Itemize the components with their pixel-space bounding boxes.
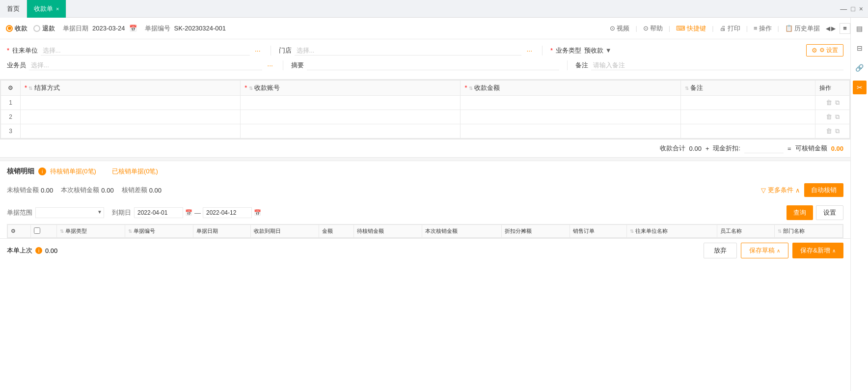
bth-doc-date: 单据日期 xyxy=(193,225,250,238)
divider1 xyxy=(271,46,271,56)
window-controls: — □ × xyxy=(840,5,868,13)
list-view-btn[interactable]: ≡ xyxy=(840,23,850,34)
row3-settlement[interactable] xyxy=(21,124,241,139)
detail-table-section: ⚙ * ⇅ 结算方式 * ⇅ 收款账号 xyxy=(0,80,850,157)
tab-receipt[interactable]: 收款单 × xyxy=(27,0,66,18)
shortcut-btn[interactable]: ⌨ 快捷键 xyxy=(674,23,708,34)
row3-copy-icon[interactable]: ⧉ xyxy=(835,127,840,135)
bth-checkbox[interactable] xyxy=(31,225,57,238)
row2-copy-icon[interactable]: ⧉ xyxy=(835,113,840,121)
query-btn[interactable]: 查询 xyxy=(787,205,813,220)
auto-hexiao-btn[interactable]: 自动核销 xyxy=(804,183,843,197)
due-date-label: 到期日 xyxy=(112,208,131,217)
minimize-btn[interactable]: — xyxy=(840,5,847,13)
done-tab[interactable]: 已核销单据(0笔) xyxy=(112,166,158,177)
tab-close-icon[interactable]: × xyxy=(56,6,59,12)
row3-delete-icon[interactable]: 🗑 xyxy=(826,127,832,135)
row2-account[interactable] xyxy=(241,110,461,124)
operation-btn[interactable]: ≡ 操作 xyxy=(752,23,774,34)
doc-date-value[interactable]: 2023-03-24 xyxy=(92,25,125,32)
detail-table: ⚙ * ⇅ 结算方式 * ⇅ 收款账号 xyxy=(0,80,850,139)
row3-account[interactable] xyxy=(241,124,461,139)
calendar-icon[interactable]: 📅 xyxy=(129,25,137,32)
equals-sign: = xyxy=(787,145,791,152)
maximize-btn[interactable]: □ xyxy=(851,5,855,13)
sidebar-icon-2[interactable]: ⊟ xyxy=(853,41,867,55)
tab-home-label: 首页 xyxy=(7,4,20,13)
row1-account[interactable] xyxy=(241,96,461,110)
carry-info-icon[interactable]: i xyxy=(35,247,42,254)
pending-tab[interactable]: 待核销单据(0笔) xyxy=(50,166,96,177)
abandon-btn[interactable]: 放弃 xyxy=(704,243,737,258)
row1-delete-icon[interactable]: 🗑 xyxy=(826,99,832,107)
radio-receipt[interactable]: 收款 xyxy=(6,24,27,33)
counterpart-more-btn[interactable]: ··· xyxy=(253,47,263,55)
row2-remark[interactable] xyxy=(680,110,815,124)
carry-value: 0.00 xyxy=(45,247,57,254)
row1-settlement[interactable] xyxy=(21,96,241,110)
doc-range-select[interactable] xyxy=(35,207,104,218)
row1-copy-icon[interactable]: ⧉ xyxy=(835,99,840,107)
shop-input[interactable] xyxy=(295,46,522,56)
radio-refund[interactable]: 退款 xyxy=(33,24,55,33)
row-num-2: 2 xyxy=(1,110,21,124)
row2-settlement[interactable] xyxy=(21,110,241,124)
row2-delete-icon[interactable]: 🗑 xyxy=(826,113,832,121)
discount-input[interactable] xyxy=(744,143,784,153)
hexiao-stats: 未核销金额 0.00 本次核销金额 0.00 核销差额 0.00 xyxy=(7,183,162,197)
th-settings[interactable]: ⚙ xyxy=(1,81,21,96)
video-btn[interactable]: ⊙ 视频 xyxy=(608,23,631,34)
sidebar-icon-4[interactable]: ✂ xyxy=(853,81,867,94)
staff-input[interactable] xyxy=(29,60,262,70)
sidebar-icon-3[interactable]: 🔗 xyxy=(853,61,867,75)
th-settlement: * ⇅ 结算方式 xyxy=(21,81,241,96)
row3-remark[interactable] xyxy=(680,124,815,139)
divider4 xyxy=(567,60,568,70)
form-row-2: 业务员 ··· 摘要 备注 xyxy=(7,60,843,70)
bth-pending-amount: 待核销金额 xyxy=(354,225,422,238)
shop-more-btn[interactable]: ··· xyxy=(524,47,534,55)
shortcut-icon: ⌨ xyxy=(676,25,685,32)
settings-button[interactable]: ⚙ ⚙ 设置 xyxy=(806,44,843,56)
table-row: 1 🗑 ⧉ xyxy=(1,96,850,110)
staff-more-btn[interactable]: ··· xyxy=(265,61,275,69)
nav-next-btn[interactable]: ▶ xyxy=(831,25,836,32)
form-area: * 往来单位 ··· 门店 ··· xyxy=(0,39,850,80)
nav-prev-btn[interactable]: ◀ xyxy=(826,25,830,32)
print-btn[interactable]: 🖨 打印 xyxy=(718,23,742,34)
counterpart-input[interactable] xyxy=(41,46,250,56)
radio-receipt-circle xyxy=(6,25,13,32)
more-conditions-btn[interactable]: ▽ 更多条件 ∧ xyxy=(761,186,800,195)
tab-home[interactable]: 首页 xyxy=(0,0,27,18)
summary-field: 摘要 xyxy=(291,60,559,70)
staff-field: 业务员 ··· xyxy=(7,60,275,70)
row3-amount[interactable] xyxy=(461,124,680,139)
help-btn[interactable]: ⊙ 帮助 xyxy=(641,23,665,34)
summary-input[interactable] xyxy=(307,60,559,70)
hexiao-table: ⚙ ⇅ 单据类型 ⇅ 单据编号 单据日期 xyxy=(7,224,843,238)
save-new-btn[interactable]: 保存&新增 ∧ xyxy=(792,243,843,258)
date-from-input[interactable] xyxy=(134,207,183,218)
carry-label: 本单上次 xyxy=(7,246,32,255)
save-draft-label: 保存草稿 xyxy=(749,246,775,255)
date-from-icon[interactable]: 📅 xyxy=(185,209,192,216)
biz-type-select[interactable]: 预收款 ▼ xyxy=(584,46,612,55)
row1-remark[interactable] xyxy=(680,96,815,110)
close-btn[interactable]: × xyxy=(859,5,863,13)
hexiao-info-icon[interactable]: i xyxy=(38,168,46,175)
row1-amount[interactable] xyxy=(461,96,680,110)
save-draft-btn[interactable]: 保存草稿 ∧ xyxy=(741,243,788,258)
hexiao-table-header: ⚙ ⇅ 单据类型 ⇅ 单据编号 单据日期 xyxy=(8,225,843,238)
shortcut-label: 快捷键 xyxy=(687,24,706,33)
doc-range-label: 单据范围 xyxy=(7,208,32,217)
history-btn[interactable]: 📋 历史单据 xyxy=(783,23,822,34)
bth-settings[interactable]: ⚙ xyxy=(8,225,31,238)
date-to-input[interactable] xyxy=(203,207,252,218)
remark-input[interactable] xyxy=(591,60,843,70)
doc-no-value[interactable]: SK-20230324-001 xyxy=(174,25,226,32)
date-to-icon[interactable]: 📅 xyxy=(254,209,261,216)
row2-amount[interactable] xyxy=(461,110,680,124)
select-all-checkbox[interactable] xyxy=(34,227,40,234)
hexiao-settings-btn[interactable]: 设置 xyxy=(816,205,843,220)
th-remark: ⇅ 备注 xyxy=(680,81,815,96)
